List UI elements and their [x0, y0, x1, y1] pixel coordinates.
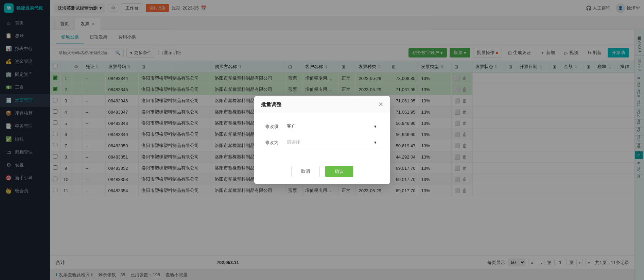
modal-cancel-button[interactable]: 取消	[291, 166, 320, 177]
modal-overlay[interactable]: 批量调整 ✕ 修改项 客户 ▾ 修改为 请选择 ▾ 取消 确认	[0, 0, 644, 280]
chevron-down-icon: ▾	[374, 140, 377, 145]
modal-header: 批量调整 ✕	[254, 96, 390, 113]
modal-confirm-button[interactable]: 确认	[325, 166, 353, 177]
modify-to-select[interactable]: 请选择 ▾	[284, 137, 379, 147]
modify-field-select[interactable]: 客户 ▾	[284, 121, 379, 131]
modal-title: 批量调整	[261, 101, 281, 108]
chevron-down-icon: ▾	[374, 124, 377, 129]
modal-footer: 取消 确认	[254, 162, 390, 184]
modify-to-label: 修改为	[265, 139, 284, 146]
modal-modify-to-row: 修改为 请选择 ▾	[265, 137, 379, 147]
modify-field-label: 修改项	[265, 123, 284, 130]
modal-body: 修改项 客户 ▾ 修改为 请选择 ▾	[254, 113, 390, 162]
modal-modify-field-row: 修改项 客户 ▾	[265, 121, 379, 131]
modal-close-button[interactable]: ✕	[378, 101, 383, 108]
batch-adjust-modal: 批量调整 ✕ 修改项 客户 ▾ 修改为 请选择 ▾ 取消 确认	[254, 96, 390, 184]
